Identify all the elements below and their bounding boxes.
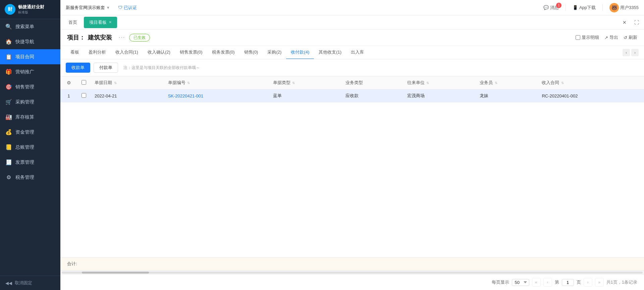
col-partner-sort-icon: ⇅ xyxy=(426,81,429,85)
sub-tab-other-income[interactable]: 其他收支(1) xyxy=(314,46,346,59)
first-page-icon: « xyxy=(535,280,537,285)
sidebar-item-ledger[interactable]: 📒 总账管理 xyxy=(0,140,60,155)
topbar-divider-2 xyxy=(602,4,603,11)
sub-tab-sales-invoice[interactable]: 销售发票(0) xyxy=(175,46,207,59)
tab-maximize-btn[interactable]: ⛶ xyxy=(632,18,641,27)
sidebar-item-tax-mgmt[interactable]: ⚙ 税务管理 xyxy=(0,170,60,185)
filter-note: 注：这里是与项目关联的全部收付款单哦～ xyxy=(123,65,200,71)
page-input[interactable] xyxy=(562,279,574,286)
sub-tabs-prev-btn[interactable]: ‹ xyxy=(623,49,630,56)
close-icon: ✕ xyxy=(623,20,627,25)
cert-shield-icon: 🛡 xyxy=(118,5,122,10)
sidebar-icon-purchase-mgmt: 🛒 xyxy=(5,99,12,105)
user-menu[interactable]: 🐻 用户3355 xyxy=(609,3,639,12)
doc-number-link[interactable]: SK-20220421-001 xyxy=(168,93,204,98)
cell-checkbox[interactable] xyxy=(77,89,91,102)
show-detail-action[interactable]: 显示明细 xyxy=(576,34,599,41)
sidebar-item-finance[interactable]: 💰 资金管理 xyxy=(0,125,60,140)
message-badge: 1 xyxy=(556,3,561,8)
next-page-btn[interactable]: › xyxy=(584,278,592,287)
app-logo-text: 畅捷通好业财 标准版 xyxy=(18,4,44,14)
sub-tabs-nav: ‹ › xyxy=(623,49,639,56)
account-arrow-icon: ▾ xyxy=(107,5,109,10)
col-settings: ⚙ xyxy=(60,76,77,89)
first-page-btn[interactable]: « xyxy=(532,278,541,287)
sub-tab-tax-invoice[interactable]: 税务发票(0) xyxy=(207,46,239,59)
col-number[interactable]: 单据编号 ⇅ xyxy=(164,76,269,89)
cell-number[interactable]: SK-20220421-001 xyxy=(164,89,269,102)
sidebar-item-sales-mgmt[interactable]: 🎯 销售管理 xyxy=(0,79,60,94)
col-income-contract[interactable]: 收入合同 ⇅ xyxy=(538,76,644,89)
scrollbar-area[interactable] xyxy=(60,270,644,274)
sidebar-icon-inventory: 🏭 xyxy=(5,114,12,120)
tab-close-btn[interactable]: ✕ xyxy=(620,18,629,27)
col-salesman[interactable]: 业务员 ⇅ xyxy=(476,76,538,89)
sub-tab-profit[interactable]: 盈利分析 xyxy=(84,46,111,59)
project-more-btn[interactable]: ··· xyxy=(119,34,125,41)
sidebar-item-search[interactable]: 🔍 搜索菜单 xyxy=(0,19,60,34)
last-page-btn[interactable]: » xyxy=(595,278,604,287)
scrollbar-track[interactable] xyxy=(62,272,643,274)
export-btn[interactable]: ↗ 导出 xyxy=(604,34,618,41)
sidebar-item-project-contract[interactable]: 📋 项目合同 xyxy=(0,49,60,64)
refresh-label: 刷新 xyxy=(629,34,637,41)
sidebar-item-invoice-mgmt[interactable]: 🧾 发票管理 xyxy=(0,155,60,170)
filter-bar: 收款单付款单注：这里是与项目关联的全部收付款单哦～ xyxy=(60,59,644,76)
refresh-btn[interactable]: ↺ 刷新 xyxy=(624,34,637,41)
show-detail-checkbox[interactable] xyxy=(576,35,580,40)
summary-label: 合计: xyxy=(67,261,77,267)
filter-btn-payment[interactable]: 付款单 xyxy=(94,63,118,73)
col-type-label: 单据类型 xyxy=(273,80,290,85)
sidebar-label-invoice-mgmt: 发票管理 xyxy=(15,159,34,165)
topbar-right: 💬 消息 1 📱 App下载 🐻 用户3355 xyxy=(543,3,639,12)
table-row[interactable]: 1 2022-04-21 SK-20220421-001 蓝单 应收款 宏茂商场… xyxy=(60,89,644,102)
sub-tabs-next-btn[interactable]: › xyxy=(631,49,639,56)
sidebar-item-purchase-mgmt[interactable]: 🛒 采购管理 xyxy=(0,94,60,110)
user-avatar: 🐻 xyxy=(609,3,619,12)
sidebar-item-inventory[interactable]: 🏭 库存核算 xyxy=(0,110,60,125)
tab-project-board-close[interactable]: ✕ xyxy=(109,20,112,24)
sidebar-label-purchase-mgmt: 采购管理 xyxy=(15,99,34,105)
col-date[interactable]: 单据日期 ⇅ xyxy=(91,76,164,89)
sidebar-nav: 🔍 搜索菜单 🏠 快捷导航 📋 项目合同 🎁 营销推广 🎯 销售管理 🛒 采购管… xyxy=(0,19,60,276)
sidebar-unpin[interactable]: ◀◀ 取消固定 xyxy=(0,276,60,290)
prev-page-btn[interactable]: ‹ xyxy=(543,278,552,287)
row-checkbox-0[interactable] xyxy=(82,93,86,98)
cert-label: 已认证 xyxy=(124,5,137,11)
col-type[interactable]: 单据类型 ⇅ xyxy=(269,76,342,89)
col-income-contract-label: 收入合同 xyxy=(542,80,559,85)
sidebar-label-project-contract: 项目合同 xyxy=(15,54,34,60)
sub-tab-income-contract[interactable]: 收入合同(1) xyxy=(111,46,143,59)
app-download-btn[interactable]: 📱 App下载 xyxy=(573,5,596,11)
sub-tab-receipt-payment[interactable]: 收付款(4) xyxy=(286,46,314,59)
sidebar-icon-sales-mgmt: 🎯 xyxy=(5,84,12,90)
tab-home[interactable]: 首页 xyxy=(63,17,83,28)
user-label: 用户3355 xyxy=(620,5,639,11)
sub-tab-purchase[interactable]: 采购(2) xyxy=(263,46,286,59)
sidebar-item-marketing[interactable]: 🎁 营销推广 xyxy=(0,64,60,79)
sidebar-item-quick-nav[interactable]: 🏠 快捷导航 xyxy=(0,34,60,49)
sub-tab-sales[interactable]: 销售(0) xyxy=(239,46,263,59)
cell-partner: 宏茂商场 xyxy=(403,89,476,102)
sidebar-icon-invoice-mgmt: 🧾 xyxy=(5,159,12,165)
filter-btn-receipt[interactable]: 收款单 xyxy=(66,63,90,73)
select-all-checkbox[interactable] xyxy=(82,80,86,85)
account-selector[interactable]: 新服务官网演示账套 ▾ xyxy=(66,5,109,11)
tab-project-board[interactable]: 项目看板 ✕ xyxy=(84,17,117,28)
sub-tab-kanban[interactable]: 看板 xyxy=(66,46,84,59)
sub-tab-in-out-warehouse[interactable]: 出入库 xyxy=(346,46,369,59)
sub-tab-income-confirm[interactable]: 收入确认(2) xyxy=(143,46,175,59)
project-status-badge: 已生效 xyxy=(129,34,150,42)
scrollbar-thumb[interactable] xyxy=(82,272,149,274)
col-partner[interactable]: 往来单位 ⇅ xyxy=(403,76,476,89)
settings-icon[interactable]: ⚙ xyxy=(67,80,71,85)
tabbar-controls: ✕ ⛶ xyxy=(620,18,641,27)
app-logo-icon: 财 xyxy=(5,4,15,15)
message-btn[interactable]: 💬 消息 1 xyxy=(543,5,559,11)
maximize-icon: ⛶ xyxy=(634,20,639,25)
app-download-label: App下载 xyxy=(579,5,596,11)
export-label: 导出 xyxy=(609,34,618,41)
cell-salesman: 龙妹 xyxy=(476,89,538,102)
sidebar-icon-finance: 💰 xyxy=(5,129,12,135)
per-page-select[interactable]: 50 10 20 100 xyxy=(512,279,529,286)
